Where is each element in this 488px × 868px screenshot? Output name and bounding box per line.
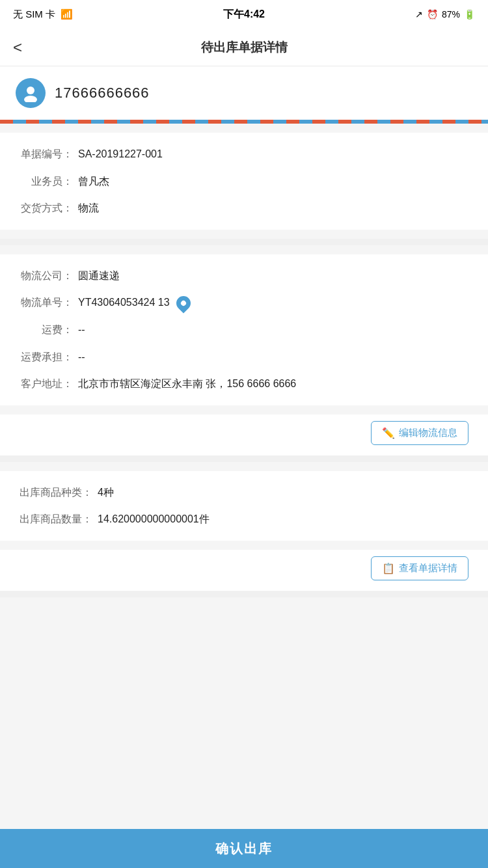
customer-header: 17666666666 [0, 66, 488, 120]
order-no-value: SA-20191227-001 [78, 146, 468, 163]
address-row: 客户地址： 北京市市辖区海淀区永丰南 张，156 6666 6666 [20, 375, 468, 392]
order-no-row: 单据编号： SA-20191227-001 [20, 146, 468, 163]
logistics-company-label: 物流公司： [20, 267, 78, 284]
section-separator-3 [0, 591, 488, 597]
logistics-company-value: 圆通速递 [78, 267, 468, 284]
logistics-info-section: 物流公司： 圆通速递 物流单号： YT43064053424 13 运费： --… [0, 254, 488, 405]
freight-bearer-label: 运费承担： [20, 349, 78, 366]
svg-point-0 [27, 87, 34, 94]
edit-logistics-btn-row: ✏️ 编辑物流信息 [0, 414, 488, 455]
status-bar: 无 SIM 卡 📶 下午4:42 ↗ ⏰ 87% 🔋 [0, 0, 488, 29]
tracking-number: YT43064053424 13 [78, 294, 170, 311]
delivery-row: 交货方式： 物流 [20, 200, 468, 217]
carrier-text: 无 SIM 卡 [13, 8, 55, 21]
salesman-value: 曾凡杰 [78, 173, 468, 190]
goods-types-row: 出库商品种类： 4种 [20, 484, 468, 501]
confirm-btn-wrap: 确认出库 [0, 829, 488, 868]
tracking-row: 物流单号： YT43064053424 13 [20, 294, 468, 311]
alarm-icon: ⏰ [427, 9, 438, 20]
basic-info-section: 单据编号： SA-20191227-001 业务员： 曾凡杰 交货方式： 物流 [0, 133, 488, 230]
view-detail-btn-row: 📋 查看单据详情 [0, 550, 488, 591]
freight-label: 运费： [20, 321, 78, 338]
order-no-label: 单据编号： [20, 146, 78, 163]
status-right: ↗ ⏰ 87% 🔋 [415, 9, 475, 20]
tracking-value-wrap: YT43064053424 13 [78, 294, 468, 311]
tracking-label: 物流单号： [20, 294, 78, 311]
page-title: 待出库单据详情 [201, 39, 288, 56]
freight-bearer-row: 运费承担： -- [20, 349, 468, 366]
goods-quantity-value: 14.620000000000001件 [98, 511, 468, 528]
edit-icon: ✏️ [382, 427, 395, 439]
back-button[interactable]: < [13, 40, 22, 55]
goods-info-section: 出库商品种类： 4种 出库商品数量： 14.620000000000001件 [0, 471, 488, 541]
document-icon: 📋 [382, 562, 395, 575]
delivery-label: 交货方式： [20, 200, 78, 217]
edit-logistics-label: 编辑物流信息 [399, 427, 457, 439]
nav-bar: < 待出库单据详情 [0, 29, 488, 66]
goods-quantity-label: 出库商品数量： [20, 511, 98, 528]
status-left: 无 SIM 卡 📶 [13, 8, 73, 21]
delivery-value: 物流 [78, 200, 468, 217]
view-detail-label: 查看单据详情 [399, 562, 457, 575]
status-time: 下午4:42 [223, 8, 265, 21]
dashed-divider [0, 120, 488, 124]
address-label: 客户地址： [20, 375, 78, 392]
goods-types-label: 出库商品种类： [20, 484, 98, 501]
location-pin-icon[interactable] [176, 295, 191, 310]
battery-icon: 🔋 [464, 9, 475, 20]
location-icon: ↗ [415, 9, 423, 20]
avatar [16, 78, 46, 108]
freight-value: -- [78, 321, 468, 338]
wifi-icon: 📶 [61, 8, 73, 20]
salesman-label: 业务员： [20, 173, 78, 190]
customer-phone: 17666666666 [55, 85, 150, 102]
confirm-outbound-button[interactable]: 确认出库 [0, 829, 488, 868]
goods-quantity-row: 出库商品数量： 14.620000000000001件 [20, 511, 468, 528]
bottom-spacer [0, 597, 488, 649]
salesman-row: 业务员： 曾凡杰 [20, 173, 468, 190]
freight-row: 运费： -- [20, 321, 468, 338]
edit-logistics-button[interactable]: ✏️ 编辑物流信息 [371, 421, 468, 445]
freight-bearer-value: -- [78, 349, 468, 366]
goods-types-value: 4种 [98, 484, 468, 501]
section-separator-2 [0, 455, 488, 462]
address-value: 北京市市辖区海淀区永丰南 张，156 6666 6666 [78, 375, 468, 392]
svg-point-1 [24, 96, 37, 102]
view-detail-button[interactable]: 📋 查看单据详情 [371, 556, 468, 580]
logistics-company-row: 物流公司： 圆通速递 [20, 267, 468, 284]
battery-text: 87% [442, 9, 460, 20]
section-separator-1 [0, 239, 488, 245]
